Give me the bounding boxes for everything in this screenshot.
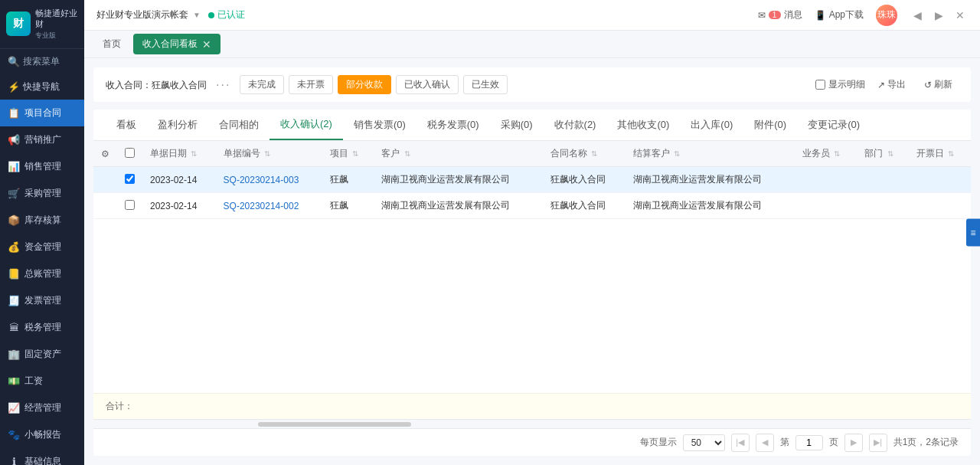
status-unfinished[interactable]: 未完成 <box>240 75 284 94</box>
content-inner: 看板 盈利分析 合同相的 收入确认(2) 销售发票(0) 税务发票(0) 采购(… <box>93 110 971 456</box>
col-header-salesperson: 业务员 ⇅ <box>795 141 857 167</box>
row-select-checkbox[interactable] <box>125 200 135 210</box>
row-salesperson <box>795 167 857 193</box>
sidebar-item-purchase[interactable]: 🛒 采购管理 <box>0 180 84 207</box>
header-left: 好业财专业版演示帐套 ▼ 已认证 <box>96 8 245 21</box>
table-wrapper[interactable]: ⚙ 单据日期 ⇅ 单据编号 <box>93 141 971 393</box>
sub-tab-revenue-confirm[interactable]: 收入确认(2) <box>270 110 343 140</box>
sub-tab-tax-invoice[interactable]: 税务发票(0) <box>416 110 490 139</box>
window-next-button[interactable]: ▶ <box>931 8 946 23</box>
col-header-project: 项目 ⇅ <box>322 141 374 167</box>
sort-icon[interactable]: ⇅ <box>834 149 840 158</box>
tab-bar: 首页 收入合同看板 ✕ <box>84 31 980 58</box>
status-confirmed[interactable]: 已收入确认 <box>396 75 459 94</box>
app-logo-icon: 财 <box>6 11 31 36</box>
sub-tab-profit[interactable]: 盈利分析 <box>147 110 208 139</box>
sub-tab-sales-invoice[interactable]: 销售发票(0) <box>343 110 416 139</box>
sub-tab-contract-related[interactable]: 合同相的 <box>208 110 270 139</box>
row-number-link[interactable]: SQ-20230214-003 <box>224 175 299 185</box>
gear-icon[interactable]: ⚙ <box>101 149 109 159</box>
sidebar-item-project[interactable]: 📋 项目合同 <box>0 100 84 126</box>
status-partial[interactable]: 部分收款 <box>338 75 391 94</box>
sidebar-item-invoice[interactable]: 🧾 发票管理 <box>0 287 84 314</box>
sub-tab-attachment[interactable]: 附件(0) <box>743 110 797 139</box>
info-icon: ℹ <box>8 455 20 465</box>
box-icon: 📦 <box>8 214 20 226</box>
sort-icon[interactable]: ⇅ <box>191 149 197 158</box>
data-table: ⚙ 单据日期 ⇅ 单据编号 <box>93 141 971 219</box>
sidebar-item-ledger[interactable]: 📒 总账管理 <box>0 260 84 287</box>
sidebar-item-payroll[interactable]: 💵 工资 <box>0 368 84 395</box>
mobile-icon: 📱 <box>815 10 826 21</box>
col-header-invoice-date: 开票日 ⇅ <box>909 141 971 167</box>
sort-icon[interactable]: ⇅ <box>264 149 270 158</box>
pagination-next-button[interactable]: ▶ <box>844 434 863 452</box>
user-avatar[interactable]: 珠珠 <box>876 5 897 26</box>
row-select-checkbox[interactable] <box>125 174 135 184</box>
pagination-prev-button[interactable]: ◀ <box>756 434 774 452</box>
tab-home[interactable]: 首页 <box>93 34 130 54</box>
total-row: 合计： <box>93 393 971 419</box>
row-date: 2023-02-14 <box>142 193 216 219</box>
sub-tab-purchase[interactable]: 采购(0) <box>490 110 544 139</box>
sort-icon[interactable]: ⇅ <box>591 149 597 158</box>
contract-more-button[interactable]: ··· <box>216 78 230 92</box>
status-effective[interactable]: 已生效 <box>463 75 508 94</box>
pagination-last-button[interactable]: ▶| <box>869 434 887 452</box>
col-header-customer: 客户 ⇅ <box>374 141 543 167</box>
col-header-contract: 合同名称 ⇅ <box>543 141 626 167</box>
payroll-icon: 💵 <box>8 375 20 387</box>
company-selector[interactable]: 好业财专业版演示帐套 ▼ <box>96 8 201 21</box>
right-sidebar-toggle[interactable]: ≡ <box>966 218 980 247</box>
page-input[interactable] <box>795 435 823 450</box>
trend-icon: 📈 <box>8 401 20 414</box>
col-header-number: 单据编号 ⇅ <box>216 141 322 167</box>
row-checkbox-cell <box>117 167 142 193</box>
sort-icon[interactable]: ⇅ <box>404 149 410 158</box>
sidebar-item-report[interactable]: 🐾 小畅报告 <box>0 421 84 448</box>
sidebar-item-funds[interactable]: 💰 资金管理 <box>0 234 84 260</box>
sort-icon[interactable]: ⇅ <box>674 149 680 158</box>
receipt-icon: 🧾 <box>8 294 20 306</box>
app-download-button[interactable]: 📱 App下载 <box>815 8 864 21</box>
row-dept <box>857 167 908 193</box>
tab-close-icon[interactable]: ✕ <box>202 38 211 51</box>
sub-tab-changes[interactable]: 变更记录(0) <box>797 110 871 139</box>
refresh-button[interactable]: ↺ 刷新 <box>918 75 959 94</box>
company-name: 好业财专业版演示帐套 <box>96 8 188 21</box>
status-uninvoiced[interactable]: 未开票 <box>289 75 333 94</box>
window-close-button[interactable]: ✕ <box>952 8 968 23</box>
row-date: 2023-02-14 <box>142 167 216 193</box>
sidebar-item-assets[interactable]: 🏢 固定资产 <box>0 341 84 368</box>
export-button[interactable]: ↗ 导出 <box>871 75 912 94</box>
row-salesperson <box>795 193 857 219</box>
sort-icon[interactable]: ⇅ <box>948 149 954 158</box>
sidebar-item-search[interactable]: 🔍 搜索菜单 <box>0 49 84 74</box>
sidebar-item-sales[interactable]: 📊 销售管理 <box>0 153 84 180</box>
tax-icon: 🏛 <box>8 321 20 333</box>
sidebar-item-marketing[interactable]: 📢 营销推广 <box>0 126 84 153</box>
sub-tab-other[interactable]: 其他收支(0) <box>606 110 680 139</box>
per-page-select[interactable]: 50 100 200 <box>683 434 725 451</box>
sidebar-item-basic[interactable]: ℹ 基础信息 <box>0 448 84 465</box>
sidebar-item-inventory[interactable]: 📦 库存核算 <box>0 207 84 234</box>
show-detail-checkbox[interactable] <box>815 80 825 90</box>
message-button[interactable]: ✉ 1 消息 <box>758 8 802 21</box>
total-pages-info: 共1页，2条记录 <box>893 436 959 449</box>
sidebar-item-nav[interactable]: ⚡ 快捷导航 <box>0 74 84 100</box>
pagination-first-button[interactable]: |◀ <box>731 434 750 452</box>
window-prev-button[interactable]: ◀ <box>910 8 925 23</box>
sidebar-item-tax[interactable]: 🏛 税务管理 <box>0 314 84 341</box>
sort-icon[interactable]: ⇅ <box>352 149 358 158</box>
row-number-link[interactable]: SQ-20230214-002 <box>224 201 299 211</box>
page-label: 第 <box>780 436 789 449</box>
sub-tab-warehouse[interactable]: 出入库(0) <box>680 110 743 139</box>
tab-contract-board[interactable]: 收入合同看板 ✕ <box>133 34 220 54</box>
sub-tab-payment[interactable]: 收付款(2) <box>544 110 607 139</box>
horizontal-scrollbar[interactable] <box>93 419 971 428</box>
certified-dot-icon <box>208 12 214 18</box>
sort-icon[interactable]: ⇅ <box>887 149 893 158</box>
sub-tab-board[interactable]: 看板 <box>106 110 147 139</box>
sidebar-item-management[interactable]: 📈 经营管理 <box>0 395 84 421</box>
select-all-checkbox[interactable] <box>125 148 135 158</box>
